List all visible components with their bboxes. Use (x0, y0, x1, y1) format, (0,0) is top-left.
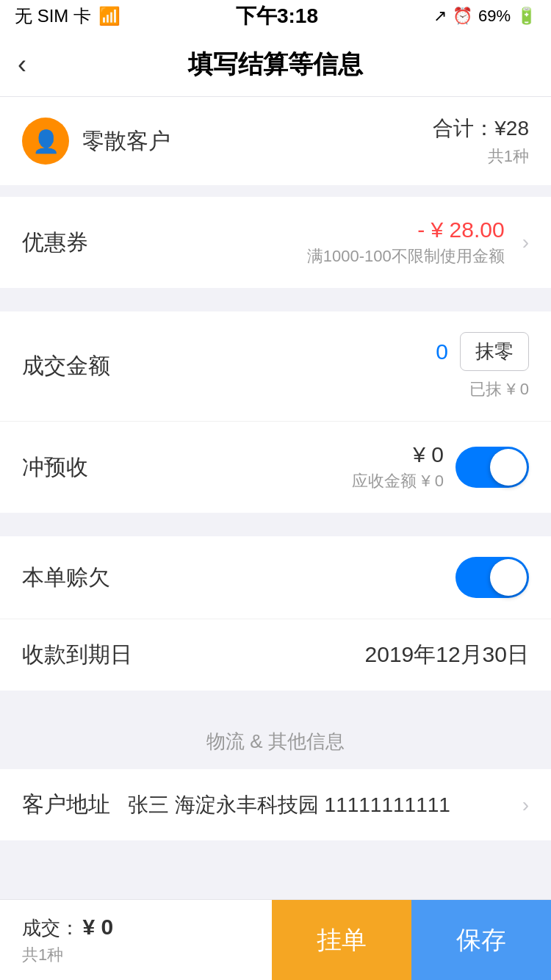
bottom-deal-amount: ¥ 0 (82, 915, 113, 939)
status-bar: 无 SIM 卡 📶 下午3:18 ↗ ⏰ 69% 🔋 (0, 0, 551, 32)
credit-row: 本单赊欠 (0, 536, 551, 619)
main-content: 👤 零散客户 合计：¥28 共1种 优惠券 - ¥ 28.00 满1000-10… (0, 97, 551, 933)
avatar-icon: 👤 (32, 129, 60, 154)
divider-1 (0, 300, 551, 311)
due-date-value: 2019年12月30日 (365, 640, 529, 670)
credit-toggle-knob (490, 559, 527, 596)
coupon-discount: - ¥ 28.00 (307, 217, 505, 242)
prepayment-toggle[interactable] (455, 447, 529, 488)
page-title: 填写结算等信息 (188, 48, 363, 82)
deal-amount-value: 0 (436, 339, 448, 364)
save-button[interactable]: 保存 (411, 900, 551, 981)
avatar: 👤 (22, 118, 69, 165)
hold-button[interactable]: 挂单 (272, 900, 411, 981)
bottom-bar: 成交： ¥ 0 共1种 挂单 保存 (0, 899, 551, 980)
deal-amount-row: 成交金额 0 抹零 已抹 ¥ 0 (0, 311, 551, 422)
chevron-icon: › (522, 231, 529, 254)
signal-text: 无 SIM 卡 (15, 4, 91, 28)
bottom-deal-line: 成交： ¥ 0 (22, 915, 250, 941)
bottom-deal-label: 成交： (22, 917, 79, 939)
wifi-icon: 📶 (98, 6, 120, 26)
divider-3 (0, 702, 551, 714)
coupon-description: 满1000-100不限制使用金额 (307, 245, 505, 267)
customer-total: 合计：¥28 (433, 115, 529, 143)
prepayment-right: ¥ 0 应收金额 ¥ 0 (352, 442, 529, 492)
deal-amount-right: 0 抹零 已抹 ¥ 0 (436, 332, 529, 400)
status-right: ↗ ⏰ 69% 🔋 (433, 7, 536, 26)
battery-text: 69% (478, 7, 511, 26)
deal-amount-sub: 已抹 ¥ 0 (469, 378, 529, 400)
coupon-section: 优惠券 - ¥ 28.00 满1000-100不限制使用金额 › (0, 197, 551, 288)
prepayment-sub: 应收金额 ¥ 0 (352, 470, 444, 492)
prepayment-row: 冲预收 ¥ 0 应收金额 ¥ 0 (0, 422, 551, 513)
toggle-knob (490, 449, 527, 486)
location-icon: ↗ (433, 7, 447, 26)
bottom-info: 成交： ¥ 0 共1种 (0, 915, 272, 966)
prepayment-values: ¥ 0 应收金额 ¥ 0 (352, 442, 444, 492)
address-chevron-icon: › (522, 793, 529, 817)
customer-name: 零散客户 (82, 126, 170, 156)
round-zero-button[interactable]: 抹零 (460, 332, 529, 371)
address-value: 张三 海淀永丰科技园 11111111111 (128, 791, 505, 819)
status-left: 无 SIM 卡 📶 (15, 4, 120, 28)
customer-left: 👤 零散客户 (22, 118, 170, 165)
customer-row: 👤 零散客户 合计：¥28 共1种 (0, 97, 551, 185)
due-date-row: 收款到期日 2019年12月30日 (0, 619, 551, 691)
customer-right: 合计：¥28 共1种 (433, 115, 529, 167)
prepayment-label: 冲预收 (22, 453, 88, 483)
address-row[interactable]: 客户地址 张三 海淀永丰科技园 11111111111 › (0, 769, 551, 840)
alarm-icon: ⏰ (453, 7, 472, 26)
address-section: 客户地址 张三 海淀永丰科技园 11111111111 › (0, 769, 551, 840)
divider-2 (0, 525, 551, 536)
deal-section: 成交金额 0 抹零 已抹 ¥ 0 冲预收 ¥ 0 应收金额 ¥ 0 (0, 311, 551, 513)
deal-amount-label: 成交金额 (22, 351, 110, 381)
back-button[interactable]: ‹ (18, 49, 26, 80)
coupon-right: - ¥ 28.00 满1000-100不限制使用金额 › (307, 217, 529, 267)
address-label: 客户地址 (22, 790, 110, 820)
credit-right (455, 557, 529, 598)
logistics-label: 物流 & 其他信息 (206, 730, 345, 752)
due-date-label: 收款到期日 (22, 640, 132, 670)
deal-amount-top: 0 抹零 (436, 332, 529, 371)
logistics-label-section: 物流 & 其他信息 (0, 714, 551, 769)
nav-bar: ‹ 填写结算等信息 (0, 32, 551, 97)
coupon-label: 优惠券 (22, 228, 88, 258)
coupon-value: - ¥ 28.00 满1000-100不限制使用金额 (307, 217, 505, 267)
customer-count: 共1种 (433, 145, 529, 167)
credit-toggle[interactable] (455, 557, 529, 598)
status-time: 下午3:18 (236, 2, 318, 30)
coupon-row[interactable]: 优惠券 - ¥ 28.00 满1000-100不限制使用金额 › (0, 197, 551, 288)
credit-section: 本单赊欠 收款到期日 2019年12月30日 (0, 536, 551, 691)
credit-label: 本单赊欠 (22, 563, 110, 593)
prepayment-amount: ¥ 0 (352, 442, 444, 467)
battery-icon: 🔋 (516, 7, 536, 26)
bottom-count: 共1种 (22, 944, 250, 966)
